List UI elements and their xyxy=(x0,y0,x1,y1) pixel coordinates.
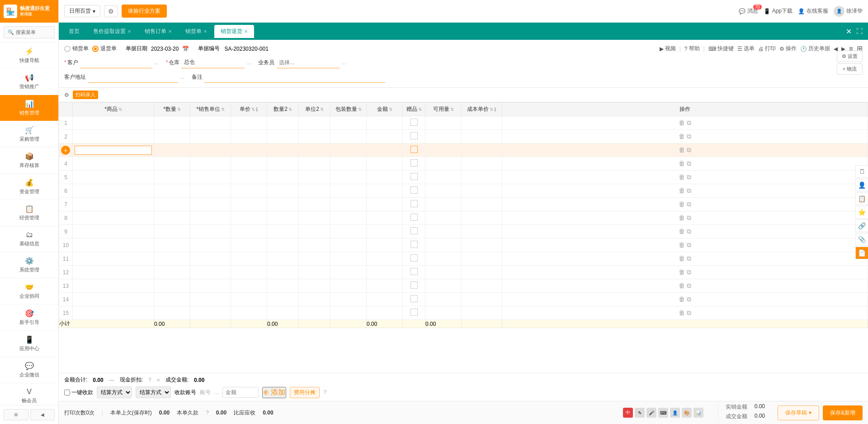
gift-checkbox[interactable] xyxy=(410,119,418,126)
table-cell-qty[interactable] xyxy=(154,143,190,157)
col-pkg-qty[interactable]: 包装数量 ⇅ xyxy=(330,103,367,116)
table-cell-qty2[interactable] xyxy=(267,116,299,130)
table-cell-qty[interactable] xyxy=(154,306,190,320)
table-cell-cost-price[interactable] xyxy=(462,184,502,198)
table-cell-amount[interactable] xyxy=(367,306,403,320)
status-icon-7[interactable]: 📊 xyxy=(693,408,703,418)
rfi-notes[interactable]: 🗒 xyxy=(855,165,868,178)
table-cell-price[interactable] xyxy=(231,157,267,171)
delete-row-button[interactable]: 🗑 xyxy=(678,295,686,304)
table-cell-qty2[interactable] xyxy=(267,225,299,238)
table-cell-price[interactable] xyxy=(231,293,267,306)
sidebar-settings-button[interactable]: ⚙ xyxy=(4,409,28,420)
product-input[interactable] xyxy=(75,146,152,155)
print-button[interactable]: 🖨 打印 xyxy=(758,45,776,52)
sidebar-item-marketing[interactable]: 📢 营销推广 xyxy=(0,69,58,95)
delete-row-button[interactable]: 🗑 xyxy=(678,240,686,249)
customer-input[interactable] xyxy=(80,57,152,68)
table-cell-qty[interactable] xyxy=(154,238,190,252)
table-cell-qty[interactable] xyxy=(154,211,190,225)
table-cell-available[interactable] xyxy=(425,306,462,320)
table-cell-unit2[interactable] xyxy=(299,252,330,266)
table-cell-qty[interactable] xyxy=(154,252,190,266)
table-cell-qty2[interactable] xyxy=(267,211,299,225)
tab-maximize-button[interactable]: ⛶ xyxy=(854,26,864,37)
expense-help-icon[interactable]: ? xyxy=(323,389,326,395)
app-download-button[interactable]: 📱 App下载 xyxy=(764,7,793,15)
table-cell-price[interactable] xyxy=(231,225,267,238)
table-cell-unit[interactable] xyxy=(190,171,231,184)
table-cell-qty2[interactable] xyxy=(267,143,299,157)
delete-row-button[interactable]: 🗑 xyxy=(678,227,686,236)
gift-checkbox[interactable] xyxy=(410,200,418,207)
col-available[interactable]: 可用量 ⇅ xyxy=(425,103,462,116)
table-cell-amount[interactable] xyxy=(367,130,403,143)
sidebar-item-quick-nav[interactable]: ⚡ 快捷导航 xyxy=(0,43,58,69)
col-product-sort[interactable]: ⇅ xyxy=(118,107,122,112)
table-cell-amount[interactable] xyxy=(367,198,403,211)
table-cell-cost-price[interactable] xyxy=(462,306,502,320)
table-cell-product[interactable] xyxy=(73,143,154,157)
table-cell-qty2[interactable] xyxy=(267,306,299,320)
sidebar-item-app-center[interactable]: 📱 应用中心 xyxy=(0,331,58,357)
copy-row-button[interactable]: ⧉ xyxy=(686,281,692,290)
gift-checkbox[interactable] xyxy=(410,132,418,139)
status-icon-4[interactable]: ⌨ xyxy=(658,408,668,418)
table-cell-unit[interactable] xyxy=(190,279,231,293)
scan-input-button[interactable]: 扫码录入 xyxy=(73,91,98,99)
table-cell-unit2[interactable] xyxy=(299,198,330,211)
table-cell-gift[interactable] xyxy=(403,306,425,320)
one-key-payment-checkbox[interactable]: 一键收款 xyxy=(64,389,93,396)
sidebar-item-enterprise-wx[interactable]: 💬 企业微信 xyxy=(0,357,58,383)
table-cell-qty[interactable] xyxy=(154,157,190,171)
tab-sales-return-close[interactable]: ✕ xyxy=(244,29,248,34)
table-cell-amount[interactable] xyxy=(367,171,403,184)
experience-plan-button[interactable]: 体验行业方案 xyxy=(122,5,167,18)
table-cell-gift[interactable] xyxy=(403,184,425,198)
sidebar-item-purchase-mgmt[interactable]: 🛒 采购管理 xyxy=(0,121,58,148)
table-cell-unit2[interactable] xyxy=(299,184,330,198)
table-cell-available[interactable] xyxy=(425,252,462,266)
expense-split-button[interactable]: 费用分摊 xyxy=(290,387,320,398)
delete-row-button[interactable]: 🗑 xyxy=(678,159,686,168)
col-cost-price[interactable]: 成本单价 ⇅ ℹ xyxy=(462,103,502,116)
table-cell-amount[interactable] xyxy=(367,184,403,198)
calendar-icon[interactable]: 📅 xyxy=(182,46,189,52)
tab-sales-goods-close[interactable]: ✕ xyxy=(203,29,207,34)
status-icon-2[interactable]: ✎ xyxy=(635,408,645,418)
table-cell-qty[interactable] xyxy=(154,266,190,279)
rfi-form[interactable]: 📄 xyxy=(855,247,868,259)
table-cell-qty[interactable] xyxy=(154,116,190,130)
table-cell-qty2[interactable] xyxy=(267,184,299,198)
table-cell-unit[interactable] xyxy=(190,252,231,266)
table-cell-unit[interactable] xyxy=(190,293,231,306)
table-cell-unit[interactable] xyxy=(190,116,231,130)
gift-checkbox[interactable] xyxy=(410,268,418,275)
account-method-select[interactable]: 结算方式 xyxy=(136,386,171,398)
table-cell-product[interactable] xyxy=(73,279,154,293)
table-cell-available[interactable] xyxy=(425,238,462,252)
table-cell-price[interactable] xyxy=(231,279,267,293)
table-cell-cost-price[interactable] xyxy=(462,225,502,238)
col-price-info[interactable]: ℹ xyxy=(256,106,258,113)
add-row-button[interactable]: + xyxy=(61,146,70,155)
table-cell-amount[interactable] xyxy=(367,266,403,279)
sidebar-item-operations[interactable]: 📋 经营管理 xyxy=(0,200,58,226)
table-cell-available[interactable] xyxy=(425,279,462,293)
table-cell-available[interactable] xyxy=(425,266,462,279)
table-cell-pkg_qty[interactable] xyxy=(330,252,367,266)
table-cell-pkg_qty[interactable] xyxy=(330,198,367,211)
ben-qian-info[interactable]: ? xyxy=(206,410,209,416)
col-gift-sort[interactable]: ⇅ xyxy=(418,107,422,112)
table-cell-qty2[interactable] xyxy=(267,130,299,143)
table-cell-unit[interactable] xyxy=(190,143,231,157)
delete-row-button[interactable]: 🗑 xyxy=(678,186,686,195)
table-cell-unit[interactable] xyxy=(190,198,231,211)
sidebar-collapse-button[interactable]: ◀ xyxy=(30,409,55,420)
table-cell-qty2[interactable] xyxy=(267,279,299,293)
table-cell-pkg_qty[interactable] xyxy=(330,116,367,130)
table-cell-pkg_qty[interactable] xyxy=(330,279,367,293)
table-cell-gift[interactable] xyxy=(403,116,425,130)
table-cell-cost-price[interactable] xyxy=(462,198,502,211)
table-cell-price[interactable] xyxy=(231,171,267,184)
